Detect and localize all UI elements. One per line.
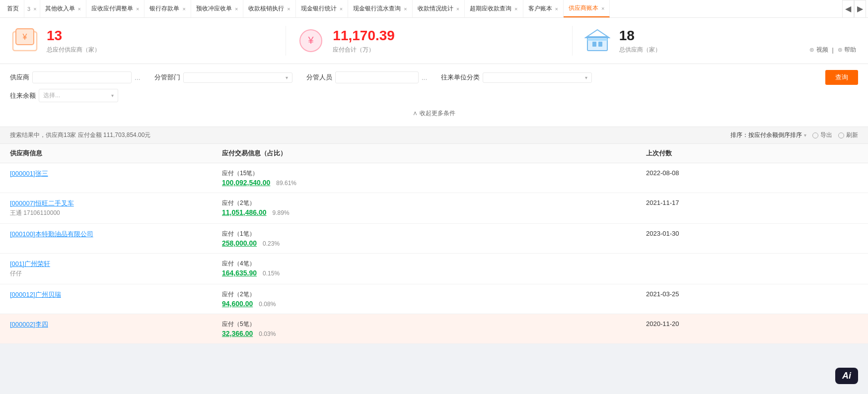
query-button[interactable]: 查询 xyxy=(825,70,858,85)
nav-close-cash-bank-flow[interactable]: × xyxy=(404,6,407,12)
balance-dropdown[interactable]: 选择... ▾ xyxy=(39,89,118,102)
summary-card1-number: 13 xyxy=(47,27,276,44)
nav-close-collect-stat[interactable]: × xyxy=(456,6,459,12)
summary-card3-number: 18 xyxy=(619,27,848,44)
nav-item-cash-bank-stat[interactable]: 现金银行统计 × xyxy=(296,0,348,17)
last-pay-2: 2021-11-17 xyxy=(646,199,858,206)
last-pay-6: 2020-11-20 xyxy=(646,320,858,328)
nav-close-customer-account[interactable]: × xyxy=(555,6,558,12)
nav-item-advance-charge[interactable]: 预收冲应收单 × xyxy=(191,0,243,17)
nav-label-supplier-account: 供应商账本 xyxy=(569,4,598,12)
filter-category: 往来单位分类 ▾ xyxy=(441,72,592,83)
sort-chevron-icon: ▾ xyxy=(804,132,806,138)
nav-bar: 首页 3 × 其他收入单 × 应收应付调整单 × 银行存款单 × 预收冲应收单 … xyxy=(0,0,868,18)
table-row: [000007]恒旺二手叉车 王通 17106110000 应付（2笔） 11,… xyxy=(0,193,868,224)
col-header-lastpay: 上次付数 xyxy=(646,149,858,158)
amount-icon: ¥ xyxy=(296,26,326,56)
supplier-input[interactable] xyxy=(32,71,132,83)
nav-close-cash-bank-stat[interactable]: × xyxy=(340,6,343,12)
export-button[interactable]: 导出 xyxy=(812,131,832,139)
category-dropdown[interactable]: ▾ xyxy=(483,72,592,83)
table-row: [000001]张三 应付（15笔） 100,092,540.00 89.61%… xyxy=(0,163,868,193)
nav-close-collect-verify[interactable]: × xyxy=(287,6,290,12)
supplier-link-2[interactable]: [000007]恒旺二手叉车 xyxy=(10,199,74,207)
nav-close-ap-adjust[interactable]: × xyxy=(136,6,139,12)
pay-label-4: 应付（4笔） xyxy=(222,260,646,268)
video-link[interactable]: ⊙ 视频 xyxy=(809,46,828,54)
collapse-bar[interactable]: ∧ 收起更多条件 xyxy=(10,106,858,121)
summary-card2-label: 应付合计（万） xyxy=(333,46,562,54)
nav-item-other-income[interactable]: 其他收入单 × xyxy=(40,0,86,17)
store-icon xyxy=(582,26,612,56)
nav-label-collect-verify: 收款核销执行 xyxy=(248,4,284,13)
help-link[interactable]: ⊙ 帮助 xyxy=(838,46,856,54)
nav-close-bank-deposit[interactable]: × xyxy=(182,6,185,12)
nav-prev-button[interactable]: ◀ xyxy=(842,0,854,18)
pay-amount-5[interactable]: 94,600.00 xyxy=(222,300,253,308)
sort-dropdown[interactable]: 排序：按应付余额倒序排序 ▾ xyxy=(730,131,806,139)
pay-amount-3[interactable]: 258,000.00 xyxy=(222,239,257,247)
table-row: [000002]李四 应付（5笔） 32,366.00 0.03% 2020-1… xyxy=(0,314,868,344)
nav-item-bank-deposit[interactable]: 银行存款单 × xyxy=(145,0,191,17)
nav-item-cash-bank-flow[interactable]: 现金银行流水查询 × xyxy=(348,0,412,17)
nav-item-supplier-account[interactable]: 供应商账本 × xyxy=(564,0,610,17)
refresh-button[interactable]: 刷新 xyxy=(838,131,858,139)
pay-amount-4[interactable]: 164,635.90 xyxy=(222,269,257,277)
pay-amount-1[interactable]: 100,092,540.00 xyxy=(222,179,270,187)
supplier-sub-2: 王通 17106110000 xyxy=(10,209,222,217)
nav-close-tab1[interactable]: × xyxy=(33,6,36,12)
balance-label: 往来余额 xyxy=(10,91,36,100)
collapse-label: ∧ 收起更多条件 xyxy=(413,110,455,117)
supplier-info-4: [001]广州荣轩 仔仔 xyxy=(10,260,222,278)
nav-label-overdue-query: 超期应收款查询 xyxy=(470,4,511,13)
nav-item-tab1[interactable]: 3 × xyxy=(24,0,40,17)
nav-item-collect-verify[interactable]: 收款核销执行 × xyxy=(243,0,295,17)
filter-dept: 分管部门 ▾ xyxy=(154,72,292,83)
pay-info-5: 应付（2笔） 94,600.00 0.08% xyxy=(222,290,646,308)
supplier-link-5[interactable]: [000012]广州贝瑞 xyxy=(10,291,61,298)
nav-close-supplier-account[interactable]: × xyxy=(601,5,604,11)
person-dots[interactable]: ... xyxy=(422,73,428,81)
nav-next-button[interactable]: ▶ xyxy=(854,0,866,18)
svg-rect-9 xyxy=(587,39,607,41)
nav-close-advance-charge[interactable]: × xyxy=(235,6,238,12)
nav-close-other-income[interactable]: × xyxy=(78,6,81,12)
summary-section: ¥ 13 总应付供应商（家） ¥ 11,170.39 应付合计（万） xyxy=(0,18,868,64)
nav-item-home[interactable]: 首页 xyxy=(2,0,24,17)
filter-row-2: 往来余额 选择... ▾ xyxy=(10,89,858,102)
pay-row-4: 164,635.90 0.15% xyxy=(222,268,646,277)
svg-rect-7 xyxy=(592,42,596,47)
supplier-info-6: [000002]李四 xyxy=(10,320,222,329)
last-pay-1: 2022-08-08 xyxy=(646,169,858,177)
pay-amount-2[interactable]: 11,051,486.00 xyxy=(222,208,267,216)
dept-dropdown[interactable]: ▾ xyxy=(183,72,292,83)
last-pay-date-2: 2021-11-17 xyxy=(646,199,679,206)
nav-label-cash-bank-stat: 现金银行统计 xyxy=(301,4,337,13)
svg-text:¥: ¥ xyxy=(22,33,27,41)
nav-item-collect-stat[interactable]: 收款情况统计 × xyxy=(413,0,465,17)
table-row: [000012]广州贝瑞 应付（2笔） 94,600.00 0.08% 2021… xyxy=(0,284,868,314)
pay-row-3: 258,000.00 0.23% xyxy=(222,238,646,247)
nav-item-customer-account[interactable]: 客户账本 × xyxy=(523,0,564,17)
supplier-link-6[interactable]: [000002]李四 xyxy=(10,321,48,328)
nav-item-ap-adjust[interactable]: 应收应付调整单 × xyxy=(86,0,145,17)
refresh-circle-icon xyxy=(838,132,844,138)
pay-label-2: 应付（2笔） xyxy=(222,199,646,207)
supplier-link-3[interactable]: [000100]本特勤油品有限公司 xyxy=(10,230,93,238)
pay-row-5: 94,600.00 0.08% xyxy=(222,299,646,308)
pay-percent-2: 9.89% xyxy=(273,209,289,216)
last-pay-date-6: 2020-11-20 xyxy=(646,320,679,328)
nav-item-overdue-query[interactable]: 超期应收款查询 × xyxy=(465,0,523,17)
ai-badge[interactable]: Ai xyxy=(835,368,858,384)
nav-close-overdue-query[interactable]: × xyxy=(514,6,517,12)
supplier-link-4[interactable]: [001]广州荣轩 xyxy=(10,260,50,267)
last-pay-date-3: 2023-01-30 xyxy=(646,230,679,237)
nav-label-advance-charge: 预收冲应收单 xyxy=(196,4,232,13)
supplier-link-1[interactable]: [000001]张三 xyxy=(10,170,48,177)
person-input[interactable] xyxy=(335,71,419,83)
category-label: 往来单位分类 xyxy=(441,73,480,82)
supplier-dots[interactable]: ... xyxy=(135,73,141,81)
dept-label: 分管部门 xyxy=(154,73,180,82)
pay-amount-6[interactable]: 32,366.00 xyxy=(222,329,253,337)
last-pay-5: 2021-03-25 xyxy=(646,290,858,298)
